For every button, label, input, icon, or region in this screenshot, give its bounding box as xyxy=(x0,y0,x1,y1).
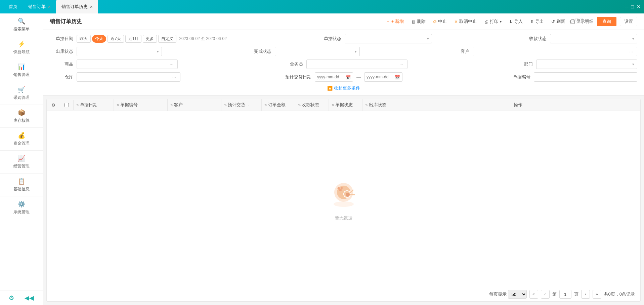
window-controls: ─ □ ✕ xyxy=(625,4,641,9)
product-dots[interactable]: ··· xyxy=(168,62,175,67)
import-button[interactable]: ⬇ 导入 xyxy=(507,17,525,26)
next-page-button[interactable]: › xyxy=(581,290,590,299)
page-size-select: 每页显示 50 10 20 100 xyxy=(489,290,527,299)
th-sn-label: 单据编号 xyxy=(120,102,138,108)
sidebar-item-sales[interactable]: 📊 销售管理 xyxy=(0,59,43,82)
warehouse-status-select[interactable]: ▾ xyxy=(77,47,162,56)
payment-status-select[interactable]: ▾ xyxy=(550,34,637,43)
product-select[interactable]: ··· xyxy=(77,60,178,69)
refresh-icon: ↺ xyxy=(551,19,555,24)
doc-status-select[interactable]: ▾ xyxy=(345,34,432,43)
tab-sales-order-close[interactable]: ✕ xyxy=(48,5,51,9)
sidebar-item-system-label: 系统管理 xyxy=(13,209,30,215)
sidebar-settings-icon[interactable]: ⚙ xyxy=(9,294,14,302)
content-area: 销售订单历史 ＋ + 新增 🗑 删除 ⊘ 中止 ✕ 取消中止 xyxy=(43,13,644,305)
warehouse-select[interactable]: ··· xyxy=(77,72,180,82)
delete-button[interactable]: 🗑 删除 xyxy=(409,17,428,26)
customer-select[interactable]: ··· xyxy=(473,47,637,56)
display-columns-checkbox[interactable]: 显示明细 xyxy=(570,18,594,25)
sidebar-item-search-menu-label: 搜索菜单 xyxy=(13,26,30,32)
filter-row-3: 商品 ··· 业务员 ··· 部门 ▾ xyxy=(50,60,637,69)
delete-icon: 🗑 xyxy=(411,19,416,24)
customer-dots[interactable]: ··· xyxy=(628,49,634,54)
table-area: ⚙ ⇅ 单据日期 ⇅ 单据编号 ⇅ 客户 ⇅ xyxy=(46,99,641,302)
collapse-conditions-row[interactable]: 🔼 收起更多条件 xyxy=(50,85,637,91)
stop-button[interactable]: ⊘ 中止 xyxy=(431,17,449,26)
date-btn-today[interactable]: 今天 xyxy=(92,35,106,43)
complete-status-select[interactable]: ▾ xyxy=(275,47,360,56)
salesperson-dots[interactable]: ··· xyxy=(398,62,404,67)
date-btn-1month[interactable]: 近1月 xyxy=(125,35,142,43)
th-date[interactable]: ⇅ 单据日期 xyxy=(74,99,114,111)
sidebar-collapse-icon[interactable]: ◀◀ xyxy=(25,294,34,302)
sidebar-item-purchase-label: 采购管理 xyxy=(13,95,30,101)
select-all-checkbox[interactable] xyxy=(65,103,69,107)
delivery-date-to[interactable]: 📅 xyxy=(364,72,402,82)
date-range-label: 单据日期 xyxy=(50,36,73,42)
tab-sales-order-history-label: 销售订单历史 xyxy=(61,4,88,10)
tab-sales-order[interactable]: 销售订单 ✕ xyxy=(23,0,56,13)
calendar-to-icon: 📅 xyxy=(395,75,400,80)
sidebar-item-inventory[interactable]: 📦 库存核算 xyxy=(0,105,43,128)
date-dash: — xyxy=(356,75,361,80)
th-payment-status[interactable]: ⇅ 收款状态 xyxy=(295,99,329,111)
new-icon: ＋ xyxy=(386,18,390,25)
empty-illustration xyxy=(327,177,360,211)
top-bar: 首页 销售订单 ✕ 销售订单历史 ✕ ─ □ ✕ xyxy=(0,0,644,13)
salesperson-select[interactable]: ··· xyxy=(306,60,407,69)
settings-button[interactable]: 设置 xyxy=(620,17,637,26)
date-btn-yesterday[interactable]: 昨天 xyxy=(77,35,91,43)
th-date-sort-icon: ⇅ xyxy=(76,103,79,107)
date-btn-7days[interactable]: 近7天 xyxy=(108,35,124,43)
tab-home[interactable]: 首页 xyxy=(3,0,23,13)
sidebar-item-finance[interactable]: 💰 资金管理 xyxy=(0,128,43,151)
sidebar-item-operations[interactable]: 📈 经营管理 xyxy=(0,151,43,174)
doc-number-label: 单据编号 xyxy=(507,74,530,80)
sidebar-item-purchase[interactable]: 🛒 采购管理 xyxy=(0,82,43,105)
table-header: ⚙ ⇅ 单据日期 ⇅ 单据编号 ⇅ 客户 ⇅ xyxy=(47,99,640,111)
th-customer[interactable]: ⇅ 客户 xyxy=(168,99,221,111)
department-select[interactable]: ▾ xyxy=(536,60,637,69)
sidebar-item-basic-info[interactable]: 📋 基础信息 xyxy=(0,174,43,196)
maximize-icon[interactable]: □ xyxy=(631,4,634,9)
th-warehouse-status-label: 出库状态 xyxy=(369,102,386,108)
th-ops-label: 操作 xyxy=(514,102,522,108)
display-columns-input[interactable] xyxy=(570,20,575,24)
tab-sales-order-history[interactable]: 销售订单历史 ✕ xyxy=(56,0,98,13)
last-page-button[interactable]: » xyxy=(593,290,601,299)
collapse-up-icon: 🔼 xyxy=(327,86,333,91)
th-settings[interactable]: ⚙ xyxy=(47,100,60,110)
minimize-icon[interactable]: ─ xyxy=(625,4,629,9)
delivery-date-to-input[interactable] xyxy=(367,75,393,79)
delivery-date-from[interactable]: 📅 xyxy=(315,72,353,82)
warehouse-dots[interactable]: ··· xyxy=(171,75,177,80)
th-amount[interactable]: ⇅ 订单金额 xyxy=(262,99,295,111)
first-page-button[interactable]: « xyxy=(529,290,538,299)
th-sn[interactable]: ⇅ 单据编号 xyxy=(114,99,168,111)
date-btn-more[interactable]: 更多 xyxy=(143,35,157,43)
date-btn-custom[interactable]: 自定义 xyxy=(158,35,176,43)
delivery-date-from-input[interactable] xyxy=(317,75,344,79)
page-number-input[interactable] xyxy=(559,290,571,299)
sidebar-item-system[interactable]: ⚙️ 系统管理 xyxy=(0,196,43,219)
th-warehouse-status[interactable]: ⇅ 出库状态 xyxy=(362,99,396,111)
tab-sales-order-history-close[interactable]: ✕ xyxy=(90,5,93,9)
new-button[interactable]: ＋ + 新增 xyxy=(384,17,406,26)
doc-number-input[interactable] xyxy=(534,72,638,82)
close-window-icon[interactable]: ✕ xyxy=(637,4,641,9)
th-warehouse-sort-icon: ⇅ xyxy=(365,103,368,107)
refresh-button[interactable]: ↺ 刷新 xyxy=(549,17,567,26)
page-size-label: 每页显示 xyxy=(489,291,507,297)
sidebar-item-search-menu[interactable]: 🔍 搜索菜单 xyxy=(0,13,43,36)
export-button[interactable]: ⬆ 导出 xyxy=(528,17,546,26)
page-size-dropdown[interactable]: 50 10 20 100 xyxy=(508,290,527,299)
query-button[interactable]: 查询 xyxy=(597,17,616,26)
empty-text: 暂无数据 xyxy=(335,215,352,221)
print-label: 打印 xyxy=(490,18,499,25)
sidebar-item-quick-nav[interactable]: ⚡ 快捷导航 xyxy=(0,36,43,59)
print-button[interactable]: 🖨 打印 ▾ xyxy=(482,17,504,26)
prev-page-button[interactable]: ‹ xyxy=(541,290,550,299)
th-delivery[interactable]: ⇅ 预计交货... xyxy=(221,99,262,111)
cancel-stop-button[interactable]: ✕ 取消中止 xyxy=(452,17,479,26)
th-doc-status[interactable]: ⇅ 单据状态 xyxy=(329,99,362,111)
